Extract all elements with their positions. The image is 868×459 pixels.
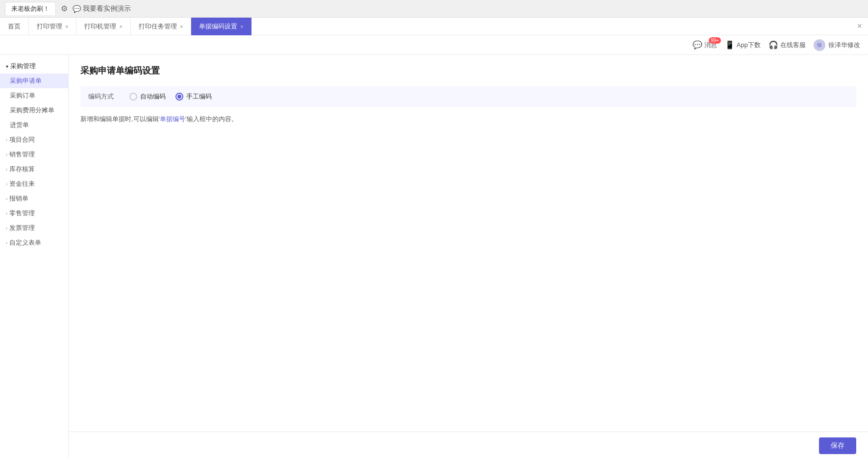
sidebar-item-returns[interactable]: › 报销单 <box>0 191 68 206</box>
avatar: 徐 <box>814 39 825 51</box>
manual-encoding-radio[interactable] <box>175 93 183 101</box>
tab-print-mgmt-label: 打印管理 <box>37 22 62 31</box>
sidebar-item-funds[interactable]: › 资金往来 <box>0 177 68 191</box>
auto-encoding-option[interactable]: 自动编码 <box>129 92 166 101</box>
sidebar-group-purchase[interactable]: ▾ 采购管理 <box>0 59 68 74</box>
sidebar-item-retail[interactable]: › 零售管理 <box>0 206 68 221</box>
tab-barcode-settings-close[interactable]: × <box>240 24 243 29</box>
sidebar-item-custom-forms-label: 自定义表单 <box>9 238 41 247</box>
tab-print-task-mgmt[interactable]: 打印任务管理 × <box>131 18 191 35</box>
manual-encoding-label: 手工编码 <box>186 92 212 101</box>
online-support-button[interactable]: 🎧 在线客服 <box>769 40 806 50</box>
tab-printer-mgmt-label: 打印机管理 <box>84 22 116 31</box>
sidebar-item-funds-label: 资金往来 <box>9 179 35 188</box>
encoding-label: 编码方式 <box>88 92 114 101</box>
auto-encoding-radio[interactable] <box>129 93 137 101</box>
sidebar-item-project-contract-label: 项目合同 <box>9 135 35 144</box>
sidebar-item-sales-mgmt-label: 销售管理 <box>9 150 35 159</box>
sidebar-item-purchase-order[interactable]: 采购订单 <box>0 88 68 103</box>
tab-print-task-mgmt-close[interactable]: × <box>180 24 183 29</box>
sidebar-item-purchase-order-label: 采购订单 <box>10 92 35 99</box>
chevron-right-icon: › <box>6 196 7 202</box>
tab-barcode-settings-label: 单据编码设置 <box>199 22 237 31</box>
tab-print-mgmt[interactable]: 打印管理 × <box>29 18 76 35</box>
app-download-icon: 📱 <box>725 40 735 50</box>
tab-home-label: 首页 <box>8 22 21 31</box>
sidebar-item-invoice[interactable]: › 发票管理 <box>0 221 68 235</box>
online-support-label: 在线客服 <box>780 41 806 50</box>
sidebar-item-invoice-label: 发票管理 <box>9 224 35 232</box>
sidebar-group-purchase-label: 采购管理 <box>10 62 36 71</box>
hint-text: 新增和编辑单据时,可以编辑'单据编号'输入框中的内容。 <box>80 115 856 124</box>
chevron-right-icon: › <box>6 167 7 172</box>
page-title: 采购申请单编码设置 <box>80 65 856 76</box>
chevron-right-icon: › <box>6 226 7 231</box>
chevron-right-icon: › <box>6 211 7 216</box>
tab-home[interactable]: 首页 <box>0 18 29 35</box>
chevron-right-icon: › <box>6 137 7 143</box>
sidebar-item-purchase-request-label: 采购申请单 <box>10 77 42 84</box>
save-bar: 保存 <box>69 432 868 459</box>
chevron-right-icon: › <box>6 240 7 246</box>
sidebar: ▾ 采购管理 采购申请单 采购订单 采购费用分摊单 进货单 › 项目合同 › 销… <box>0 55 69 459</box>
sidebar-item-retail-label: 零售管理 <box>9 209 35 218</box>
user-info[interactable]: 徐 徐泽华修改 <box>814 39 860 51</box>
encoding-settings-row: 编码方式 自动编码 手工编码 <box>80 86 856 107</box>
app-download-button[interactable]: 📱 App下数 <box>725 40 761 50</box>
message-button[interactable]: 💬 消息 99+ <box>693 40 717 50</box>
manual-encoding-option[interactable]: 手工编码 <box>175 92 212 101</box>
browser-tab-label: 来老板勿刷！ <box>11 4 50 13</box>
sidebar-item-purchase-receipt[interactable]: 进货单 <box>0 118 68 132</box>
sidebar-item-inventory-label: 库存核算 <box>9 165 35 174</box>
sidebar-item-sales-mgmt[interactable]: › 销售管理 <box>0 147 68 162</box>
sidebar-item-purchase-request[interactable]: 采购申请单 <box>0 74 68 88</box>
online-support-icon: 🎧 <box>769 40 778 50</box>
username-label: 徐泽华修改 <box>828 41 860 50</box>
top-nav-right: 💬 消息 99+ 📱 App下数 🎧 在线客服 徐 徐泽华修改 <box>693 39 860 51</box>
browser-bar: 来老板勿刷！ ⚙ 💬 我要看实例演示 <box>0 0 868 18</box>
tab-barcode-settings[interactable]: 单据编码设置 × <box>191 18 251 35</box>
sidebar-item-returns-label: 报销单 <box>9 194 28 203</box>
tab-printer-mgmt[interactable]: 打印机管理 × <box>76 18 130 35</box>
app-tabs-bar: 首页 打印管理 × 打印机管理 × 打印任务管理 × 单据编码设置 × × <box>0 18 868 35</box>
message-badge: 99+ <box>709 37 721 44</box>
content-inner: 采购申请单编码设置 编码方式 自动编码 手工编码 新增和编辑单据时,可 <box>69 55 868 432</box>
app-download-label: App下数 <box>737 41 761 50</box>
message-icon: 💬 <box>693 40 702 50</box>
sidebar-item-purchase-expense-label: 采购费用分摊单 <box>10 106 54 114</box>
tab-printer-mgmt-close[interactable]: × <box>119 24 122 29</box>
browser-tab[interactable]: 来老板勿刷！ <box>5 2 56 15</box>
auto-encoding-label: 自动编码 <box>140 92 166 101</box>
sidebar-item-inventory[interactable]: › 库存核算 <box>0 162 68 177</box>
sidebar-item-purchase-expense[interactable]: 采购费用分摊单 <box>0 103 68 118</box>
close-all-tabs-button[interactable]: × <box>851 21 868 31</box>
top-nav: 💬 消息 99+ 📱 App下数 🎧 在线客服 徐 徐泽华修改 <box>0 35 868 55</box>
tab-print-task-mgmt-label: 打印任务管理 <box>139 22 177 31</box>
chevron-right-icon: › <box>6 152 7 157</box>
content-area: 采购申请单编码设置 编码方式 自动编码 手工编码 新增和编辑单据时,可 <box>69 55 868 459</box>
save-button[interactable]: 保存 <box>819 437 856 454</box>
chevron-down-icon: ▾ <box>6 64 8 69</box>
tab-print-mgmt-close[interactable]: × <box>65 24 68 29</box>
sidebar-item-purchase-receipt-label: 进货单 <box>10 121 29 128</box>
browser-demo-link[interactable]: 💬 我要看实例演示 <box>73 4 131 13</box>
main-layout: ▾ 采购管理 采购申请单 采购订单 采购费用分摊单 进货单 › 项目合同 › 销… <box>0 55 868 459</box>
sidebar-item-project-contract[interactable]: › 项目合同 <box>0 132 68 147</box>
chevron-right-icon: › <box>6 181 7 187</box>
hint-highlight: 单据编号 <box>160 115 185 123</box>
browser-settings-icon[interactable]: ⚙ <box>61 4 68 13</box>
sidebar-item-custom-forms[interactable]: › 自定义表单 <box>0 235 68 250</box>
encoding-radio-group: 自动编码 手工编码 <box>129 92 212 101</box>
